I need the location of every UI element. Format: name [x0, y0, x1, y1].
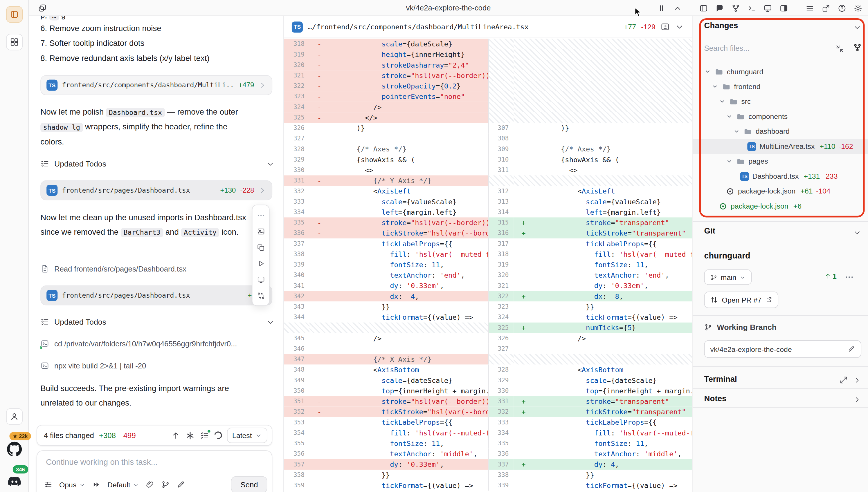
discord-icon[interactable] [7, 474, 22, 489]
file-change-chip[interactable]: TS frontend/src/pages/Dashboard.tsx +1 -… [40, 286, 272, 305]
file-path: frontend/src/components/dashboard/MultiL… [62, 81, 234, 89]
branch-dropdown[interactable]: main [704, 270, 752, 285]
help-icon[interactable] [837, 3, 846, 13]
inline-code: Dashboard.tsx [106, 107, 165, 117]
composer-input[interactable]: Continue working on this task... [46, 458, 157, 466]
diff-panel: TS …/frontend/src/components/dashboard/M… [283, 16, 692, 492]
git-fork-icon[interactable] [731, 3, 740, 13]
open-pr-button[interactable]: Open PR #7 [704, 292, 778, 308]
chevron-down-icon[interactable] [719, 98, 726, 105]
account-icon[interactable] [6, 408, 23, 425]
model-dropdown[interactable]: Opus [59, 481, 85, 489]
copy-icon[interactable] [253, 240, 268, 255]
lines-removed-total: -499 [121, 431, 136, 440]
terminal-icon [40, 361, 49, 370]
menu-icon[interactable] [805, 3, 814, 13]
github-icon[interactable] [7, 442, 22, 457]
git-fork-icon[interactable] [853, 43, 862, 52]
diff-row: 356 textAnchor: 'middle',336 textAnchor:… [284, 448, 692, 459]
tree-folder-row[interactable]: src [693, 94, 868, 109]
tree-folder-row[interactable]: dashboard [693, 124, 868, 139]
assistant-message: Build succeeds. The pre-existing import … [40, 381, 262, 410]
updated-todos-row[interactable]: Updated Todos [40, 156, 275, 171]
divider [693, 315, 868, 316]
file-change-chip[interactable]: TS frontend/src/components/dashboard/Mul… [40, 75, 272, 95]
tool-read-row[interactable]: Read frontend/src/pages/Dashboard.tsx [40, 261, 275, 276]
terminal-icon[interactable] [747, 3, 756, 13]
latest-dropdown[interactable]: Latest [227, 427, 267, 443]
panel-left-icon[interactable] [699, 3, 708, 13]
working-branch-value: vk/4e2a-explore-the-code [710, 345, 792, 353]
paperclip-icon[interactable] [146, 480, 155, 489]
tree-file-row[interactable]: TSMultiLineArea.tsx+110-162 [693, 139, 868, 154]
chevron-down-icon[interactable] [711, 83, 719, 90]
sliders-icon[interactable] [44, 480, 53, 489]
terminal-command-row[interactable]: npx vite build 2>&1 | tail -20 [40, 358, 275, 373]
git-branch-icon[interactable] [161, 480, 170, 489]
display-icon[interactable] [763, 3, 772, 13]
send-button[interactable]: Send [231, 476, 267, 492]
updated-todos-label: Updated Todos [54, 318, 106, 327]
terminal-command-row[interactable]: cd /private/var/folders/10/h7w0q46556ggr… [40, 336, 275, 351]
package-icon [719, 202, 727, 211]
share-icon[interactable] [821, 3, 830, 13]
app-icon[interactable] [6, 6, 23, 23]
inline-code: Activity [181, 228, 219, 237]
diff-row: 337 tickLabelProps={{317 tickLabelProps=… [284, 239, 692, 249]
typescript-icon: TS [292, 21, 303, 32]
pause-icon[interactable] [657, 3, 666, 13]
chevron-down-icon[interactable] [733, 128, 740, 135]
tree-file-row[interactable]: package-lock.json+61-104 [693, 183, 868, 198]
collapse-up-icon[interactable] [673, 3, 682, 13]
mode-dropdown[interactable]: Default [108, 481, 139, 489]
diff-row: 334 left={margin.left}314 left={margin.l… [284, 207, 692, 217]
tree-folder-row[interactable]: pages [693, 154, 868, 169]
github-star-badge: ★ 22k [9, 432, 31, 440]
tree-file-row[interactable]: package-lock.json+6 [693, 199, 868, 214]
screenshot-icon[interactable] [253, 224, 268, 239]
spark-icon[interactable] [185, 431, 194, 440]
diff-row: 333 scale={valueScale}313 scale={valueSc… [284, 196, 692, 207]
file-change-chip[interactable]: TS frontend/src/pages/Dashboard.tsx +130… [40, 180, 272, 200]
run-icon[interactable] [253, 256, 268, 271]
diff-row: 330 <>311 <> [284, 165, 692, 175]
commits-ahead[interactable]: 1 [824, 272, 836, 280]
chevron-down-icon[interactable] [266, 318, 275, 326]
chevron-down-icon[interactable] [853, 228, 862, 237]
chevron-right-icon[interactable] [853, 395, 862, 404]
fast-forward-icon[interactable] [92, 480, 101, 489]
chevron-down-icon[interactable] [726, 157, 733, 165]
compare-icon[interactable] [253, 288, 268, 302]
chevron-down-icon[interactable] [853, 23, 862, 32]
status-dot [207, 429, 210, 433]
collapse-all-icon[interactable] [836, 44, 844, 53]
scroll-up-icon[interactable] [171, 431, 180, 440]
diff-view-icon[interactable] [660, 22, 670, 31]
floating-toolbar [252, 205, 270, 306]
pencil-icon[interactable] [847, 345, 855, 353]
more-options-icon[interactable] [253, 208, 268, 222]
chevron-right-icon[interactable] [853, 376, 862, 385]
chevron-down-icon[interactable] [675, 22, 684, 31]
working-branch-field[interactable]: vk/4e2a-explore-the-code [704, 340, 862, 358]
settings-gear-icon[interactable] [853, 3, 863, 13]
pen-icon[interactable] [177, 480, 186, 489]
chevron-down-icon[interactable] [704, 68, 711, 75]
todos-status-icon[interactable] [200, 431, 209, 440]
tree-folder-row[interactable]: frontend [693, 79, 868, 94]
chevron-down-icon[interactable] [266, 159, 275, 168]
updated-todos-row[interactable]: Updated Todos [40, 314, 275, 329]
workspaces-icon[interactable] [6, 34, 23, 50]
tree-file-row[interactable]: TSDashboard.tsx+131-233 [693, 169, 868, 183]
diff-lines-removed: -129 [641, 23, 656, 31]
preview-icon[interactable] [253, 272, 268, 287]
chat-bubble-icon[interactable] [715, 3, 724, 13]
search-input[interactable]: Search files... [704, 44, 750, 53]
tree-folder-row[interactable]: components [693, 109, 868, 124]
tree-folder-row[interactable]: churnguard [693, 64, 868, 79]
panel-right-icon[interactable] [779, 3, 788, 13]
chevron-down-icon[interactable] [726, 113, 733, 120]
expand-icon[interactable] [839, 376, 848, 385]
lines-added: +110 [820, 142, 836, 151]
more-options-icon[interactable] [844, 272, 854, 282]
